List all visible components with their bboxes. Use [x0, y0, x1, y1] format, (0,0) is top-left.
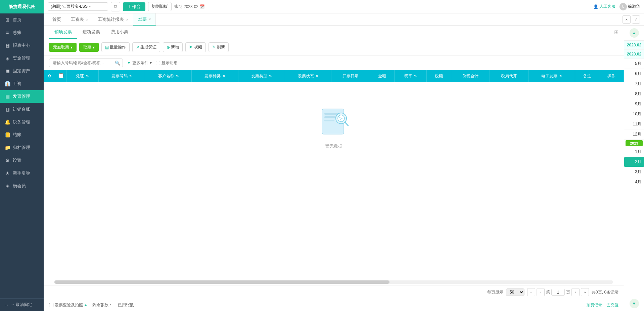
tab-home[interactable]: 首页: [48, 13, 66, 26]
search-input-wrap: 🔍: [49, 59, 123, 67]
first-page-button[interactable]: «: [527, 288, 535, 296]
voucher-col-label: 凭证: [76, 74, 84, 78]
sidebar-item-reports[interactable]: ▦ 报表中心: [0, 39, 44, 52]
date-2023-02-second[interactable]: 2023.02: [624, 50, 644, 59]
page-number-input[interactable]: [551, 289, 565, 296]
col-settings[interactable]: ⚙: [44, 70, 56, 82]
fee-record-link[interactable]: 扣费记录: [586, 302, 602, 308]
video-button[interactable]: ▶ 视频: [185, 42, 206, 52]
sidebar-item-home[interactable]: ⊞ 首页: [0, 13, 44, 26]
col-electronic[interactable]: 电子发票 ⇅: [528, 70, 575, 82]
sub-tab-expense[interactable]: 费用小票: [105, 26, 134, 39]
main-area: (勿删) 江西股宝-LSS ▾ ⧉ 工作台 切到旧版 账期 2023-02 📅 …: [44, 0, 644, 311]
sidebar-item-tax[interactable]: 🔔 税务管理: [0, 116, 44, 128]
sidebar-item-close[interactable]: 📒 结账: [0, 128, 44, 141]
date-11month[interactable]: 11月: [624, 119, 644, 129]
salary-tab-close[interactable]: ×: [86, 17, 88, 22]
last-page-button[interactable]: »: [581, 288, 589, 296]
invoice-fetch-label: 取票: [83, 44, 91, 50]
finance-icon: ◈: [5, 55, 10, 61]
show-detail-checkbox-wrap[interactable]: 显示明细: [156, 60, 178, 66]
video-label: 视频: [194, 45, 202, 49]
new-invoice-button[interactable]: ⊕ 新增: [163, 42, 183, 52]
show-detail-checkbox[interactable]: [156, 61, 160, 65]
horizontal-scrollbar-thumb[interactable]: [54, 280, 389, 284]
sidebar-footer-toggle[interactable]: ↔ ↔ 取消固定: [0, 298, 44, 311]
tab-invoice[interactable]: 发票 ×: [133, 13, 156, 26]
sidebar-item-salary[interactable]: 👔 工资: [0, 77, 44, 90]
sub-tab-sales[interactable]: 销项发票: [49, 26, 77, 39]
date-nav-down[interactable]: ▼: [630, 299, 639, 308]
date-2023-02-top[interactable]: 2023.02: [624, 41, 644, 50]
sidebar-item-invoice[interactable]: ▤ 发票管理: [0, 90, 44, 103]
next-page-button[interactable]: ›: [571, 288, 580, 296]
workspace-button[interactable]: 工作台: [123, 2, 145, 11]
user-menu[interactable]: U 徐溢华: [619, 3, 640, 10]
date-nav-up[interactable]: ▲: [630, 28, 639, 38]
invoice-type-sort-icon: ⇅: [223, 74, 225, 78]
sidebar-item-archive[interactable]: 📁 归档管理: [0, 141, 44, 154]
customer-sort-icon: ⇅: [176, 74, 179, 78]
grid-view-icon[interactable]: ⊞: [614, 29, 618, 35]
date-4month[interactable]: 4月: [624, 177, 644, 187]
refresh-button[interactable]: ↻ 刷新: [209, 42, 228, 52]
generate-voucher-button[interactable]: ↗ 生成凭证: [132, 42, 160, 52]
col-invoice-status[interactable]: 发票状态 ⇅: [285, 70, 331, 82]
select-all-checkbox[interactable]: [59, 73, 63, 78]
tabs-close-all-button[interactable]: ×: [623, 15, 631, 24]
sidebar-item-sales[interactable]: ▥ 进销台账: [0, 103, 44, 116]
col-tax-rate[interactable]: 税率 ⇅: [395, 70, 427, 82]
batch-operation-button[interactable]: ▤ 批量操作: [101, 42, 130, 52]
horizontal-scrollbar[interactable]: [54, 280, 613, 284]
col-invoice-type[interactable]: 发票种类 ⇅: [192, 70, 238, 82]
date-6month[interactable]: 6月: [624, 69, 644, 79]
col-invoice-no[interactable]: 发票号码 ⇅: [98, 70, 145, 82]
recharge-link[interactable]: 去充值: [606, 302, 618, 308]
customer-service-button[interactable]: 👤 人工客服: [593, 4, 615, 9]
date-9month[interactable]: 9月: [624, 99, 644, 109]
company-selector[interactable]: (勿删) 江西股宝-LSS ▾: [48, 2, 108, 11]
date-1month[interactable]: 1月: [624, 147, 644, 157]
bottom-bar: 发票查验及拍照 ● 剩余张数： 已用张数： 扣费记录 去充值: [44, 299, 624, 311]
date-10month[interactable]: 10月: [624, 109, 644, 119]
date-3month[interactable]: 3月: [624, 167, 644, 177]
invoice-no-sort-icon: ⇅: [129, 74, 132, 78]
date-12month[interactable]: 12月: [624, 129, 644, 140]
sidebar-item-settings[interactable]: ⚙ 设置: [0, 154, 44, 167]
page-size-select[interactable]: 50 10 20 100: [506, 288, 524, 296]
sidebar-item-ledger[interactable]: ≡ 总账: [0, 26, 44, 39]
date-2month[interactable]: 2月: [624, 157, 644, 167]
sidebar-item-finance[interactable]: ◈ 资金管理: [0, 52, 44, 65]
search-icon: 🔍: [115, 61, 120, 66]
date-7month[interactable]: 7月: [624, 79, 644, 89]
salary-icon: 👔: [5, 81, 10, 86]
empty-text: 暂无数据: [325, 143, 342, 149]
sub-tab-purchase[interactable]: 进项发票: [77, 26, 105, 39]
invoice-fetch-button[interactable]: 取票 ▾: [79, 43, 99, 52]
invoice-check-checkbox[interactable]: [49, 303, 53, 307]
tab-salary[interactable]: 工资表 ×: [66, 13, 93, 26]
no-invoice-button[interactable]: 无血取票 ▾: [49, 43, 77, 52]
salary-stats-tab-close[interactable]: ×: [126, 17, 128, 22]
sub-tabs-right: ⊞: [614, 29, 618, 35]
invoice-tab-close[interactable]: ×: [149, 17, 151, 21]
date-8month[interactable]: 8月: [624, 89, 644, 99]
sidebar-item-label: 总账: [13, 30, 21, 36]
sidebar-item-guide[interactable]: ★ 新手引导: [0, 167, 44, 180]
sidebar-item-assets[interactable]: ▣ 固定资产: [0, 65, 44, 77]
copy-company-button[interactable]: ⧉: [111, 2, 120, 11]
tabs-maximize-button[interactable]: ⤢: [632, 15, 640, 24]
col-voucher[interactable]: 凭证 ⇅: [66, 70, 98, 82]
home-icon: ⊞: [5, 17, 10, 23]
date-5month[interactable]: 5月: [624, 59, 644, 69]
sidebar-item-member[interactable]: ◈ 畅会员: [0, 180, 44, 192]
period-value: 2023-02: [184, 4, 198, 9]
col-invoice-category[interactable]: 发票类型 ⇅: [238, 70, 285, 82]
col-customer[interactable]: 客户名称 ⇅: [145, 70, 192, 82]
old-version-button[interactable]: 切到旧版: [148, 2, 172, 11]
prev-page-button[interactable]: ‹: [537, 288, 545, 296]
tab-salary-stats[interactable]: 工资统计报表 ×: [93, 13, 133, 26]
more-filter-button[interactable]: ▼ 更多条件 ▾: [127, 60, 152, 66]
search-input[interactable]: [49, 59, 123, 67]
filter-arrow-icon: ▾: [150, 61, 152, 65]
